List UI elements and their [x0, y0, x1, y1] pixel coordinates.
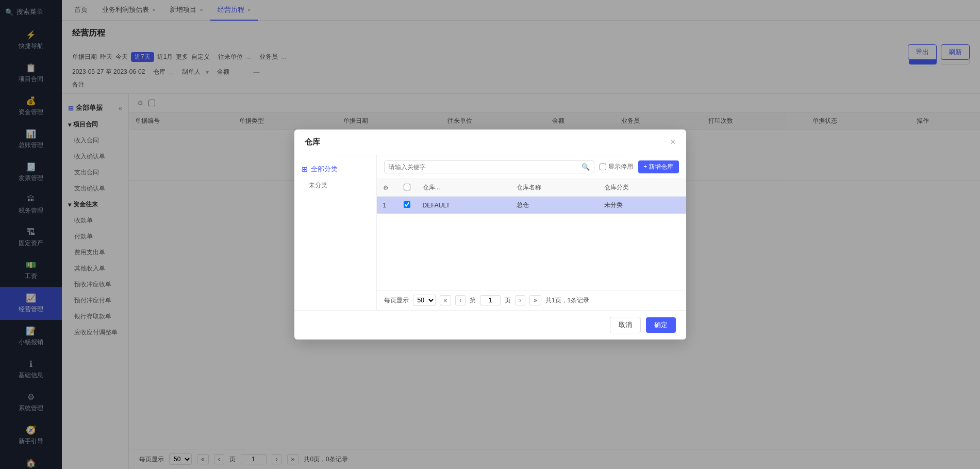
tree-all-icon: ⊞ [302, 165, 308, 173]
tree-unclassified[interactable]: 未分类 [294, 178, 376, 193]
modal-table-wrap: ⚙ 仓库... 仓库名称 [377, 179, 686, 290]
show-disabled-checkbox[interactable] [600, 164, 606, 170]
modal-toolbar: 🔍 显示停用 + 新增仓库 [377, 155, 686, 179]
tree-all-label: 全部分类 [311, 165, 338, 174]
modal-table: ⚙ 仓库... 仓库名称 [377, 179, 686, 214]
show-disabled-text: 显示停用 [608, 163, 633, 171]
warehouse-modal: 仓库 × ⊞ 全部分类 未分类 🔍 [294, 130, 686, 339]
modal-close-btn[interactable]: × [670, 137, 676, 148]
modal-col-name-label: 仓库名称 [517, 184, 541, 191]
modal-content-right: 🔍 显示停用 + 新增仓库 ⚙ [377, 155, 686, 310]
modal-col-code-label: 仓库... [423, 184, 440, 191]
col-gear-icon[interactable]: ⚙ [383, 184, 389, 191]
modal-first-btn[interactable]: « [440, 295, 452, 305]
modal-title: 仓库 [305, 137, 320, 147]
modal-col-name: 仓库名称 [510, 179, 598, 197]
modal-col-category-label: 仓库分类 [604, 184, 629, 191]
row-cell-category: 未分类 [598, 197, 686, 214]
modal-body: ⊞ 全部分类 未分类 🔍 显示停用 [294, 155, 686, 310]
row-cell-name: 总仓 [510, 197, 598, 214]
modal-search-icon[interactable]: 🔍 [582, 163, 590, 171]
table-row[interactable]: 1 DEFAULT 总仓 未分类 [377, 197, 686, 214]
modal-pag-size-select[interactable]: 50 [413, 295, 436, 306]
row-cell-code: DEFAULT [417, 197, 510, 214]
modal-search-wrap: 🔍 [384, 160, 595, 173]
modal-pag-size-label: 每页显示 [384, 296, 409, 305]
modal-col-category: 仓库分类 [598, 179, 686, 197]
modal-next-btn[interactable]: › [515, 295, 525, 305]
modal-prev-btn[interactable]: ‹ [455, 295, 466, 305]
modal-total-info: 共1页，1条记录 [545, 296, 589, 305]
row-checkbox[interactable] [404, 201, 410, 208]
modal-col-settings: ⚙ [377, 179, 397, 197]
modal-cancel-btn[interactable]: 取消 [610, 317, 641, 333]
modal-select-all[interactable] [404, 184, 410, 190]
modal-overlay: 仓库 × ⊞ 全部分类 未分类 🔍 [0, 0, 980, 469]
row-cell-index: 1 [377, 197, 397, 214]
modal-confirm-btn[interactable]: 确定 [646, 317, 676, 333]
add-warehouse-btn[interactable]: + 新增仓库 [638, 160, 678, 173]
show-disabled-label[interactable]: 显示停用 [600, 163, 633, 171]
modal-footer: 取消 确定 [294, 310, 686, 339]
modal-col-code: 仓库... [417, 179, 510, 197]
modal-pagination: 每页显示 50 « ‹ 第 页 › » 共1页，1条记录 [377, 290, 686, 310]
modal-page-label: 第 [470, 296, 476, 305]
modal-search-input[interactable] [389, 164, 579, 171]
tree-unclassified-label: 未分类 [309, 182, 327, 189]
row-cell-checkbox [397, 197, 417, 214]
tree-all-categories[interactable]: ⊞ 全部分类 [294, 160, 376, 178]
modal-page-suffix: 页 [505, 296, 511, 305]
modal-last-btn[interactable]: » [529, 295, 541, 305]
modal-header: 仓库 × [294, 130, 686, 155]
modal-tree: ⊞ 全部分类 未分类 [294, 155, 377, 310]
modal-col-check [397, 179, 417, 197]
modal-page-input[interactable] [480, 295, 501, 305]
